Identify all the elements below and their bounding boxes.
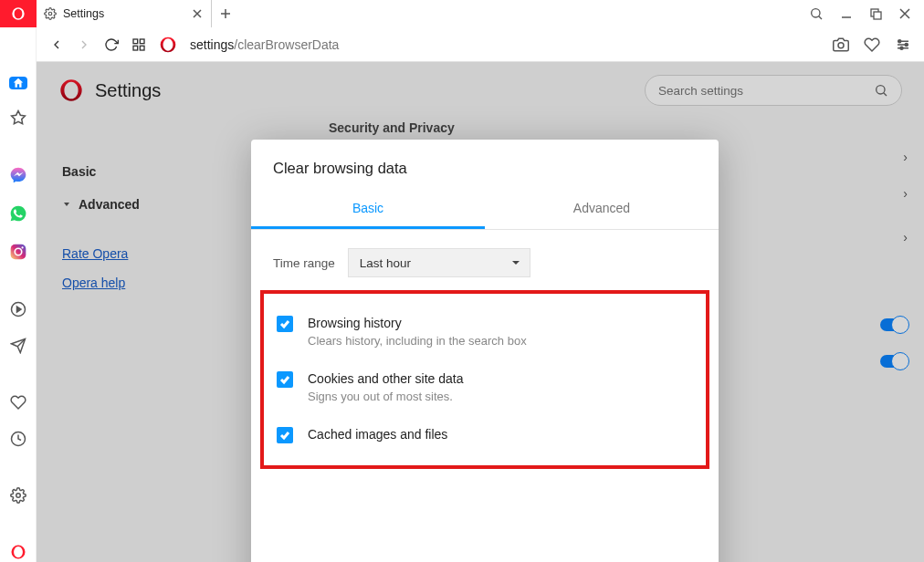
option-label: Cached images and files bbox=[308, 427, 447, 442]
checkbox[interactable] bbox=[277, 427, 293, 443]
flow-icon[interactable] bbox=[9, 338, 27, 354]
option-cached[interactable]: Cached images and files bbox=[277, 418, 693, 458]
home-icon[interactable] bbox=[9, 77, 27, 89]
opera-update-icon[interactable] bbox=[9, 544, 27, 560]
svg-point-11 bbox=[900, 47, 903, 49]
svg-rect-3 bbox=[874, 12, 881, 19]
gear-icon bbox=[44, 7, 57, 20]
titlebar: Settings bbox=[0, 0, 924, 27]
opera-logo-icon bbox=[159, 36, 177, 54]
url-host: settings bbox=[190, 37, 234, 52]
url-path: /clearBrowserData bbox=[234, 37, 339, 52]
svg-rect-5 bbox=[140, 39, 144, 44]
option-cookies[interactable]: Cookies and other site data Signs you ou… bbox=[277, 362, 693, 418]
option-label: Browsing history bbox=[308, 316, 527, 330]
option-label: Cookies and other site data bbox=[308, 371, 463, 386]
minimize-icon[interactable] bbox=[840, 7, 853, 20]
time-range-value: Last hour bbox=[360, 256, 411, 270]
url-display[interactable]: settings/clearBrowserData bbox=[190, 37, 339, 52]
svg-rect-12 bbox=[10, 245, 26, 260]
history-icon[interactable] bbox=[9, 431, 27, 447]
snapshot-icon[interactable] bbox=[833, 36, 849, 53]
close-window-icon[interactable] bbox=[898, 7, 911, 20]
svg-point-8 bbox=[838, 42, 844, 47]
checkbox[interactable] bbox=[277, 316, 293, 332]
opera-menu-button[interactable] bbox=[0, 0, 37, 27]
svg-point-9 bbox=[898, 39, 901, 42]
pinboards-icon[interactable] bbox=[9, 394, 27, 411]
tab-basic[interactable]: Basic bbox=[251, 192, 485, 229]
window-controls bbox=[809, 6, 924, 21]
time-range-select[interactable]: Last hour bbox=[348, 248, 530, 277]
player-icon[interactable] bbox=[9, 301, 27, 317]
svg-rect-7 bbox=[140, 46, 144, 50]
checkbox[interactable] bbox=[277, 371, 293, 388]
settings-icon[interactable] bbox=[9, 487, 27, 504]
highlighted-options: Browsing history Clears history, includi… bbox=[260, 290, 709, 469]
forward-button[interactable] bbox=[77, 37, 91, 52]
maximize-icon[interactable] bbox=[869, 7, 882, 20]
easy-setup-icon[interactable] bbox=[895, 36, 911, 53]
option-browsing-history[interactable]: Browsing history Clears history, includi… bbox=[277, 307, 693, 362]
option-sub: Signs you out of most sites. bbox=[308, 390, 463, 403]
bookmarks-icon[interactable] bbox=[9, 109, 27, 126]
svg-point-10 bbox=[905, 43, 908, 46]
svg-rect-4 bbox=[133, 39, 138, 44]
svg-point-0 bbox=[48, 12, 52, 16]
heart-icon[interactable] bbox=[864, 36, 880, 53]
tab-title: Settings bbox=[63, 7, 104, 20]
svg-point-17 bbox=[16, 494, 20, 498]
address-bar: settings/clearBrowserData bbox=[0, 27, 924, 62]
speed-dial-button[interactable] bbox=[131, 37, 146, 52]
search-icon[interactable] bbox=[809, 6, 824, 21]
dialog-tabs: Basic Advanced bbox=[251, 192, 719, 230]
time-range-label: Time range bbox=[273, 256, 335, 270]
new-tab-button[interactable] bbox=[212, 8, 239, 19]
whatsapp-icon[interactable] bbox=[9, 204, 27, 223]
chevron-down-icon bbox=[511, 258, 520, 267]
svg-rect-6 bbox=[133, 46, 138, 50]
svg-point-14 bbox=[21, 246, 23, 248]
svg-point-1 bbox=[812, 9, 820, 17]
left-sidebar bbox=[0, 27, 37, 562]
tab-advanced[interactable]: Advanced bbox=[485, 192, 719, 229]
clear-browsing-data-dialog: Clear browsing data Basic Advanced Time … bbox=[251, 140, 719, 562]
messenger-icon[interactable] bbox=[9, 166, 27, 184]
instagram-icon[interactable] bbox=[9, 243, 27, 261]
browser-tab[interactable]: Settings bbox=[37, 0, 212, 27]
dialog-title: Clear browsing data bbox=[251, 140, 719, 192]
option-sub: Clears history, including in the search … bbox=[308, 334, 527, 348]
back-button[interactable] bbox=[49, 37, 64, 52]
close-tab-icon[interactable] bbox=[193, 9, 202, 18]
reload-button[interactable] bbox=[104, 37, 119, 52]
